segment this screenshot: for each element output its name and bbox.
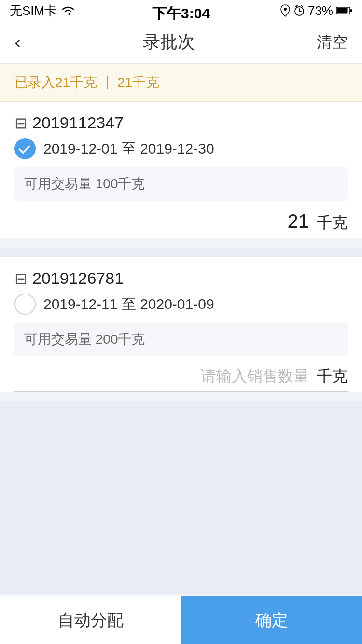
batch-2-avail-row: 可用交易量 200千克 xyxy=(14,322,348,356)
batch-2-date-row: 2019-12-11 至 2020-01-09 xyxy=(14,294,348,315)
alarm-icon xyxy=(293,4,305,17)
nav-bar: ‹ 录批次 清空 xyxy=(0,21,362,64)
recorded-label: 已录入21千克 xyxy=(14,73,97,92)
wifi-icon xyxy=(61,5,75,16)
batch-1-date-row: 2019-12-01 至 2019-12-30 xyxy=(14,138,348,159)
batch-1-avail: 可用交易量 100千克 xyxy=(24,176,145,191)
batch-2-underline xyxy=(14,391,348,392)
status-right: 73% xyxy=(280,3,352,18)
batch-2-item: ⊟ 2019126781 2019-12-11 至 2020-01-09 可用交… xyxy=(0,257,362,356)
batch-1-quantity-value[interactable]: 21 xyxy=(288,210,309,232)
sim-text: 无SIM卡 xyxy=(10,2,57,19)
batch-2-input-unit: 千克 xyxy=(317,366,348,387)
batch-1-quantity-unit: 千克 xyxy=(317,212,348,234)
bottom-bar: 自动分配 确定 xyxy=(0,596,362,644)
batch-1-id: 2019112347 xyxy=(32,113,124,132)
batch-2-id: 2019126781 xyxy=(32,269,124,288)
batch-1-icon: ⊟ xyxy=(14,114,28,132)
back-button[interactable]: ‹ xyxy=(14,31,21,53)
recorded-amount: 21千克 xyxy=(117,73,159,92)
page-title: 录批次 xyxy=(143,30,195,54)
status-bar: 无SIM卡 下午3:04 73% xyxy=(0,0,362,21)
battery-text: 73% xyxy=(308,3,333,18)
batch-2-avail: 可用交易量 200千克 xyxy=(24,332,145,347)
battery-icon xyxy=(336,6,352,15)
auto-distribute-button[interactable]: 自动分配 xyxy=(0,596,181,644)
batch-2-input-placeholder[interactable]: 请输入销售数量 xyxy=(201,366,309,387)
batch-2-id-row: ⊟ 2019126781 xyxy=(14,269,348,288)
batch-divider xyxy=(0,248,362,257)
confirm-button[interactable]: 确定 xyxy=(181,596,362,644)
status-time: 下午3:04 xyxy=(152,4,210,24)
batch-1-radio[interactable] xyxy=(14,138,36,159)
clear-button[interactable]: 清空 xyxy=(317,32,348,53)
gray-area xyxy=(0,401,362,594)
batch-1-item: ⊟ 2019112347 2019-12-01 至 2019-12-30 可用交… xyxy=(0,102,362,201)
status-left: 无SIM卡 xyxy=(10,2,75,19)
svg-line-5 xyxy=(301,5,303,7)
batch-2-radio[interactable] xyxy=(14,294,36,315)
batch-2-container: ⊟ 2019126781 2019-12-11 至 2020-01-09 可用交… xyxy=(0,257,362,392)
info-divider xyxy=(107,76,108,89)
batch-1-id-row: ⊟ 2019112347 xyxy=(14,113,348,132)
batch-1-avail-row: 可用交易量 100千克 xyxy=(14,167,348,201)
batch-1-quantity-row: 21 千克 xyxy=(0,201,362,234)
batch-1-date: 2019-12-01 至 2019-12-30 xyxy=(43,139,214,159)
svg-point-0 xyxy=(284,8,287,11)
batch-1-underline xyxy=(14,238,348,238)
batch-2-date: 2019-12-11 至 2020-01-09 xyxy=(43,294,214,314)
batch-1-container: ⊟ 2019112347 2019-12-01 至 2019-12-30 可用交… xyxy=(0,102,362,238)
batch-2-input-row: 请输入销售数量 千克 xyxy=(0,356,362,387)
batch-2-icon: ⊟ xyxy=(14,269,28,288)
location-icon xyxy=(280,4,291,17)
svg-line-4 xyxy=(296,5,297,7)
svg-rect-8 xyxy=(350,9,352,12)
svg-rect-7 xyxy=(337,8,348,14)
info-banner: 已录入21千克 21千克 xyxy=(0,64,362,102)
